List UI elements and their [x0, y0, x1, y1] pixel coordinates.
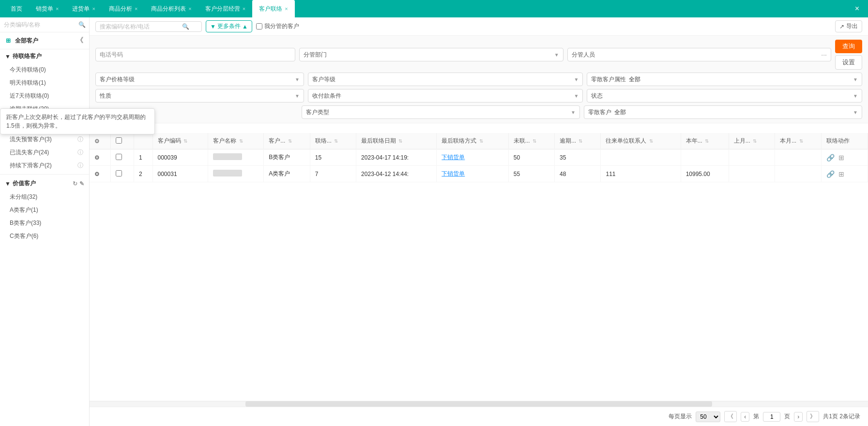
category-sort-icon: ⇅ — [288, 138, 292, 144]
nav-close-customer-layer[interactable]: × — [243, 6, 245, 12]
last-method-col-header[interactable]: 最后联络方式 ⇅ — [437, 133, 508, 149]
row1-checkbox[interactable] — [111, 149, 134, 166]
this-month-col-header[interactable]: 本月... ⇅ — [775, 133, 821, 149]
nav-close-purchase[interactable]: × — [92, 6, 95, 12]
export-button[interactable]: ↗ 导出 — [835, 20, 862, 32]
per-page-select[interactable]: 50 100 — [696, 411, 720, 422]
sidebar-item-ungroup[interactable]: 未分组(32) — [0, 191, 89, 204]
sidebar-item-loss-warning[interactable]: 流失预警客户(3) ⓘ — [0, 133, 89, 146]
checkbox-col-header[interactable] — [111, 133, 134, 149]
unpaid-col-header[interactable]: 未联... ⇅ — [508, 133, 554, 149]
sidebar-collapse-button[interactable]: 《 — [76, 36, 83, 45]
filter-status[interactable]: 状态 ▼ — [587, 89, 862, 103]
filter-customer-type[interactable]: 客户类型 ▼ — [302, 105, 580, 119]
company-contact-col-header[interactable]: 往来单位联系人 ⇅ — [601, 133, 681, 149]
nav-item-customer-layer[interactable]: 客户分层经营 × — [198, 0, 252, 17]
sidebar-item-lost[interactable]: 已流失客户(24) ⓘ — [0, 146, 89, 159]
last-month-sort-icon: ⇅ — [753, 138, 757, 144]
refresh-icon[interactable]: ↻ — [73, 180, 77, 187]
this-year-col-header[interactable]: 本年... ⇅ — [681, 133, 729, 149]
info-icon-declining: ⓘ — [77, 162, 83, 170]
row2-actions: 🔗 ⊞ — [821, 166, 868, 182]
sidebar-item-tomorrow[interactable]: 明天待联络(1) — [0, 76, 89, 89]
more-filter-button[interactable]: ▼ 更多条件 ▲ — [206, 20, 252, 32]
last-page-button[interactable]: 》 — [807, 411, 819, 422]
my-customers-checkbox-wrap[interactable]: 我分管的客户 — [256, 22, 299, 30]
sidebar-item-7days[interactable]: 近7天待联络(0) — [0, 89, 89, 103]
info-icon-lost: ⓘ — [77, 148, 83, 157]
nav-item-analysis-list[interactable]: 商品分析列表 × — [144, 0, 198, 17]
row1-settings[interactable]: ⚙ — [90, 149, 111, 166]
nav-close-analysis[interactable]: × — [135, 6, 137, 12]
filter-dept[interactable]: 分管部门 ▼ — [299, 48, 563, 61]
first-page-button[interactable]: 《 — [724, 411, 737, 422]
row2-settings[interactable]: ⚙ — [90, 166, 111, 182]
horizontal-scrollbar[interactable] — [90, 401, 868, 407]
sidebar-group-value-customers[interactable]: ▼ 价值客户 ↻ ✎ — [0, 176, 89, 191]
page-number-input[interactable] — [763, 412, 780, 422]
nav-item-home[interactable]: 首页 — [4, 0, 29, 17]
row2-checkbox[interactable] — [111, 166, 134, 182]
select-all-checkbox[interactable] — [116, 137, 122, 144]
row1-last-method[interactable]: 下销货单 — [437, 149, 508, 166]
row1-this-month — [775, 149, 821, 166]
search-icon[interactable]: 🔍 — [182, 23, 189, 30]
table-container[interactable]: ⚙ 客户编码 ⇅ 客户名称 ⇅ — [90, 133, 868, 401]
row1-contact: 15 — [310, 149, 356, 166]
sidebar-search-input[interactable] — [4, 21, 76, 28]
filter-phone[interactable]: 电话号码 — [95, 48, 295, 61]
last-date-col-header[interactable]: 最后联络日期 ⇅ — [356, 133, 437, 149]
settings-col-header[interactable]: ⚙ — [90, 133, 111, 149]
last-month-col-header[interactable]: 上月... ⇅ — [729, 133, 775, 149]
filter-price-grade[interactable]: 客户价格等级 ▼ — [95, 73, 304, 86]
name-col-header[interactable]: 客户名称 ⇅ — [208, 133, 264, 149]
filter-gender[interactable]: 性质 ▼ — [95, 89, 304, 103]
my-customers-checkbox[interactable] — [256, 23, 262, 29]
manager-dots[interactable]: ··· — [821, 51, 827, 59]
sidebar-item-declining[interactable]: 持续下滑客户(2) ⓘ — [0, 159, 89, 172]
edit-icon[interactable]: ✎ — [79, 180, 84, 187]
nav-item-sales[interactable]: 销货单 × — [29, 0, 65, 17]
chevron-down-icon: ▼ — [5, 53, 11, 60]
sidebar-item-b-class[interactable]: B类客户(33) — [0, 217, 89, 230]
nav-item-analysis[interactable]: 商品分析 × — [102, 0, 144, 17]
row1-code: 000039 — [152, 149, 208, 166]
nav-item-purchase[interactable]: 进货单 × — [65, 0, 102, 17]
row2-last-month — [729, 166, 775, 182]
search-input[interactable] — [100, 23, 182, 30]
sidebar-search-icon[interactable]: 🔍 — [78, 21, 86, 28]
info-icon-loss-warning: ⓘ — [77, 135, 83, 144]
nav-close-analysis-list[interactable]: × — [188, 6, 191, 12]
window-close-button[interactable]: × — [850, 4, 864, 13]
row2-link-icon[interactable]: 🔗 — [826, 170, 835, 178]
row1-link-icon[interactable]: 🔗 — [826, 154, 835, 162]
row2-last-method[interactable]: 下销货单 — [437, 166, 508, 182]
filter-manager[interactable]: 分管人员 ··· — [567, 48, 831, 61]
filter-customer-grade[interactable]: 客户等级 ▼ — [308, 73, 583, 86]
sidebar-search-area: 🔍 — [0, 17, 89, 32]
settings-button[interactable]: 设置 — [835, 55, 862, 70]
row1-actions: 🔗 ⊞ — [821, 149, 868, 166]
row1-more-icon[interactable]: ⊞ — [838, 154, 844, 162]
filter-retail-attr[interactable]: 零散客户属性 全部 ▼ — [587, 73, 862, 86]
sidebar-divider-2 — [0, 174, 89, 175]
overdue-col-header[interactable]: 逾期... ⇅ — [555, 133, 601, 149]
nav-close-customer-contact[interactable]: × — [285, 6, 288, 12]
row2-category: A类客户 — [264, 166, 310, 182]
prev-page-button[interactable]: ‹ — [741, 412, 749, 422]
sidebar-section-pending[interactable]: ▼ 待联络客户 — [0, 49, 89, 63]
category-col-header[interactable]: 客户... ⇅ — [264, 133, 310, 149]
query-button[interactable]: 查询 — [835, 40, 862, 53]
sidebar-item-c-class[interactable]: C类客户(6) — [0, 230, 89, 243]
nav-item-customer-contact[interactable]: 客户联络 × — [252, 0, 294, 17]
index-col-header — [134, 133, 152, 149]
sidebar-item-today[interactable]: 今天待联络(0) — [0, 63, 89, 76]
nav-close-sales[interactable]: × — [56, 6, 59, 12]
next-page-button[interactable]: › — [794, 412, 803, 422]
filter-payment[interactable]: 收付款条件 ▼ — [308, 89, 583, 103]
row2-more-icon[interactable]: ⊞ — [838, 170, 844, 178]
filter-retail-customer[interactable]: 零散客户 全部 ▼ — [584, 105, 862, 119]
sidebar-item-a-class[interactable]: A类客户(1) — [0, 204, 89, 217]
code-col-header[interactable]: 客户编码 ⇅ — [152, 133, 208, 149]
contact-col-header[interactable]: 联络... ⇅ — [310, 133, 356, 149]
